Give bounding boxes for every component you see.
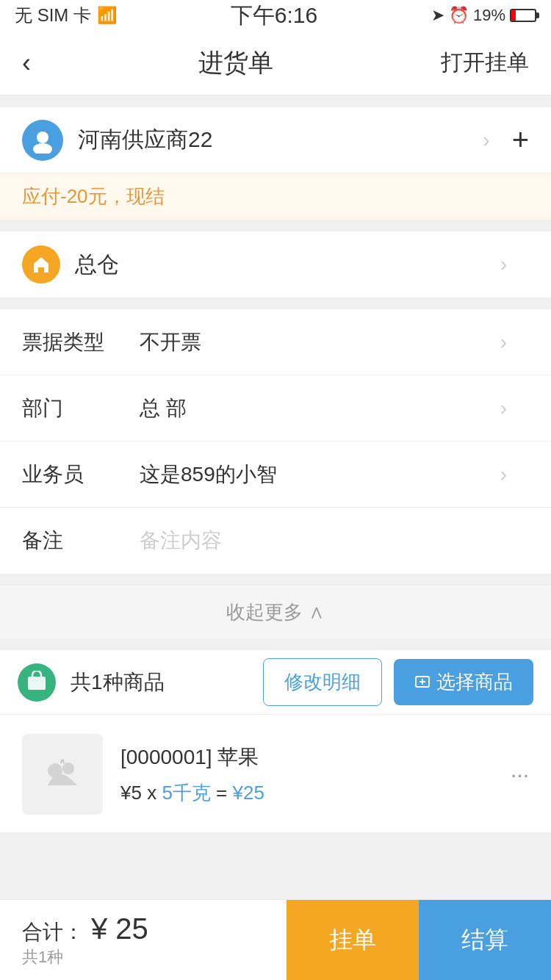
status-time: 下午6:16 [231,1,317,31]
select-product-icon [414,674,431,691]
product-name: [0000001] 苹果 [120,743,496,771]
collapse-bar[interactable]: 收起更多 ∧ [0,586,551,638]
warehouse-chevron-icon: › [500,253,507,276]
select-product-button[interactable]: 选择商品 [394,659,533,705]
products-icon [18,663,56,702]
product-total: ¥25 [232,782,264,804]
product-thumbnail [22,734,103,815]
status-right: ➤ ⏰ 19% [431,6,536,25]
dept-row[interactable]: 部门 总 部 › [0,375,551,442]
price-per-unit: ¥5 x [120,782,162,804]
alarm-icon: ⏰ [449,6,469,25]
sales-row[interactable]: 业务员 这是859的小智 › [0,442,551,508]
battery-label: 19% [473,6,505,25]
nav-bar: ‹ 进货单 打开挂单 [0,31,551,96]
warehouse-section[interactable]: 总仓 › [0,231,551,298]
battery-icon [510,9,536,22]
svg-point-5 [62,763,74,774]
invoice-chevron-icon: › [500,331,507,354]
footer-total: 合计： ¥ 25 共1种 [0,912,287,968]
open-pending-button[interactable]: 打开挂单 [441,48,529,78]
sales-label: 业务员 [22,461,125,489]
product-item: [0000001] 苹果 ¥5 x 5千克 = ¥25 ··· [0,716,551,832]
chevron-right-icon: › [483,129,489,152]
remark-input[interactable]: 备注内容 [125,527,529,555]
warning-bar: 应付-20元，现结 [0,173,551,220]
products-header: 共1种商品 修改明细 选择商品 [0,650,551,715]
warehouse-name: 总仓 [75,250,500,280]
status-bar: 无 SIM 卡 📶 下午6:16 ➤ ⏰ 19% [0,0,551,31]
price-equals: = [211,782,233,804]
svg-point-0 [37,131,48,143]
more-button[interactable]: ··· [496,762,529,787]
invoice-label: 票据类型 [22,328,125,356]
total-amount: ¥ 25 [91,912,148,945]
products-section: 共1种商品 修改明细 选择商品 [0000001] 苹果 [0,650,551,832]
status-left: 无 SIM 卡 📶 [15,4,117,27]
carrier-label: 无 SIM 卡 [15,4,91,27]
cart-icon [25,671,48,694]
edit-details-button[interactable]: 修改明细 [263,658,382,706]
home-icon [30,253,52,275]
remark-row[interactable]: 备注 备注内容 [0,508,551,574]
product-qty: 5千克 [162,782,210,804]
supplier-name: 河南供应商22 [78,125,483,155]
warehouse-icon [22,245,60,284]
location-icon: ➤ [431,6,444,25]
wifi-icon: 📶 [97,6,117,25]
back-button[interactable]: ‹ [22,48,31,79]
person-icon [29,127,56,154]
sales-value: 这是859的小智 [125,461,500,489]
warehouse-row[interactable]: 总仓 › [0,231,551,298]
products-count: 共1种商品 [71,669,263,696]
product-code: [0000001] [120,746,217,768]
invoice-row[interactable]: 票据类型 不开票 › [0,309,551,375]
spacer [0,96,551,107]
svg-rect-2 [28,677,46,690]
select-product-label: 选择商品 [436,669,513,695]
product-info: [0000001] 苹果 ¥5 x 5千克 = ¥25 [120,743,496,806]
form-section: 票据类型 不开票 › 部门 总 部 › 业务员 这是859的小智 › 备注 备注… [0,309,551,574]
supplier-row[interactable]: 河南供应商22 › + [0,107,551,173]
product-image-icon [40,752,84,796]
settle-button[interactable]: 结算 [419,900,551,981]
product-title: 苹果 [217,746,259,768]
page-title: 进货单 [198,46,273,80]
hang-button[interactable]: 挂单 [287,900,419,981]
dept-value: 总 部 [125,394,500,422]
dept-chevron-icon: › [500,397,507,420]
total-label-row: 合计： ¥ 25 [22,912,264,946]
add-button[interactable]: + [512,123,529,156]
sales-chevron-icon: › [500,463,507,486]
dept-label: 部门 [22,394,125,422]
footer: 合计： ¥ 25 共1种 挂单 结算 [0,899,551,980]
invoice-value: 不开票 [125,328,500,356]
total-label: 合计： [22,918,84,946]
supplier-section: 河南供应商22 › + 应付-20元，现结 [0,107,551,220]
svg-point-1 [33,143,52,154]
remark-label: 备注 [22,527,125,555]
collapse-label: 收起更多 ∧ [226,599,324,625]
supplier-avatar [22,120,63,161]
product-price: ¥5 x 5千克 = ¥25 [120,780,496,806]
total-sub: 共1种 [22,946,264,968]
